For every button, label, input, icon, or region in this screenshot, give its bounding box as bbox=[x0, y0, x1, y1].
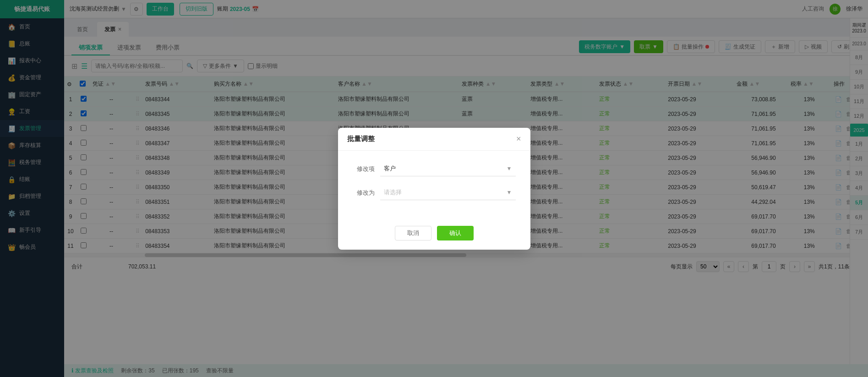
modify-field-label: 修改项 bbox=[353, 165, 375, 173]
modify-to-placeholder: 请选择 bbox=[384, 188, 402, 197]
modify-to-label: 修改为 bbox=[353, 189, 375, 197]
modify-to-row: 修改为 请选择 ▼ bbox=[353, 186, 516, 200]
modify-field-value: 客户 bbox=[384, 164, 396, 173]
batch-adjust-modal: 批量调整 × 修改项 客户 ▼ 修改为 请选择 ▼ 取消 确认 bbox=[338, 128, 530, 250]
modal-close-btn[interactable]: × bbox=[516, 134, 521, 144]
modal-body: 修改项 客户 ▼ 修改为 请选择 ▼ bbox=[338, 151, 530, 220]
modal-header: 批量调整 × bbox=[338, 128, 530, 151]
confirm-button[interactable]: 确认 bbox=[437, 226, 474, 240]
modify-field-select[interactable]: 客户 ▼ bbox=[380, 162, 516, 176]
cancel-button[interactable]: 取消 bbox=[395, 226, 431, 240]
chevron-down-icon: ▼ bbox=[507, 165, 512, 172]
modify-to-select[interactable]: 请选择 ▼ bbox=[380, 186, 516, 200]
modal-title: 批量调整 bbox=[347, 135, 375, 143]
modal-overlay: 批量调整 × 修改项 客户 ▼ 修改为 请选择 ▼ 取消 确认 bbox=[0, 0, 868, 377]
modify-field-row: 修改项 客户 ▼ bbox=[353, 162, 516, 176]
chevron-down-icon: ▼ bbox=[507, 189, 512, 196]
modal-footer: 取消 确认 bbox=[338, 220, 530, 250]
